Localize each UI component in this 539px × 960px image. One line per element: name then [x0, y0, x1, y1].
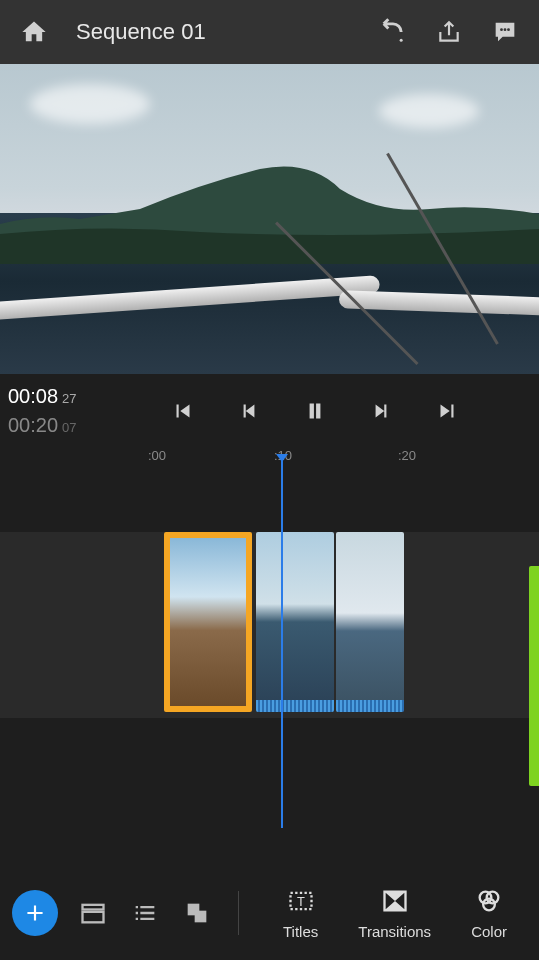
skip-next-icon[interactable] [431, 395, 463, 427]
svg-rect-4 [83, 905, 104, 910]
svg-point-2 [504, 28, 507, 31]
bottom-toolbar: T Titles Transitions Color [0, 866, 539, 960]
plus-icon [22, 900, 48, 926]
svg-rect-5 [83, 912, 104, 923]
svg-point-1 [500, 28, 503, 31]
color-wheel-icon [475, 887, 503, 915]
toolbar-divider [238, 891, 239, 935]
ruler-tick: :20 [398, 448, 416, 463]
comment-icon[interactable] [487, 14, 523, 50]
clip[interactable] [256, 532, 334, 712]
list-icon[interactable] [128, 896, 162, 930]
duration-frames: 07 [62, 420, 76, 435]
timecode: 00:08 27 00:20 07 [8, 385, 98, 437]
svg-rect-7 [195, 911, 207, 923]
clips-container [0, 532, 539, 712]
transport-buttons [98, 395, 531, 427]
ruler-tick: :00 [148, 448, 166, 463]
playhead[interactable] [281, 456, 283, 828]
video-preview[interactable] [0, 64, 539, 374]
step-back-icon[interactable] [233, 395, 265, 427]
step-forward-icon[interactable] [365, 395, 397, 427]
tab-label: Transitions [358, 923, 431, 940]
undo-icon[interactable] [375, 14, 411, 50]
tab-transitions[interactable]: Transitions [358, 887, 431, 940]
current-frames: 27 [62, 391, 76, 406]
timeline-ruler: :00 :10 :20 [0, 448, 539, 472]
titles-icon: T [287, 887, 315, 915]
svg-point-0 [400, 39, 403, 42]
header-bar: Sequence 01 [0, 0, 539, 64]
transport-bar: 00:08 27 00:20 07 [0, 374, 539, 448]
tab-titles[interactable]: T Titles [283, 887, 318, 940]
share-icon[interactable] [431, 14, 467, 50]
svg-point-3 [507, 28, 510, 31]
tab-color[interactable]: Color [471, 887, 507, 940]
transitions-icon [381, 887, 409, 915]
current-time: 00:08 [8, 385, 58, 408]
audio-clip[interactable] [529, 566, 539, 786]
tab-label: Titles [283, 923, 318, 940]
layers-icon[interactable] [180, 896, 214, 930]
audio-waveform [336, 700, 404, 712]
sequence-title[interactable]: Sequence 01 [76, 19, 206, 45]
clip[interactable] [336, 532, 404, 712]
timeline[interactable]: :00 :10 :20 [0, 448, 539, 868]
audio-waveform [256, 700, 334, 712]
duration-time: 00:20 [8, 414, 58, 437]
add-button[interactable] [12, 890, 58, 936]
svg-text:T: T [297, 893, 305, 908]
tool-tabs: T Titles Transitions Color [263, 887, 527, 940]
skip-previous-icon[interactable] [167, 395, 199, 427]
svg-point-13 [483, 898, 495, 910]
home-icon[interactable] [16, 14, 52, 50]
pause-icon[interactable] [299, 395, 331, 427]
tab-label: Color [471, 923, 507, 940]
clip-selected[interactable] [164, 532, 252, 712]
project-icon[interactable] [76, 896, 110, 930]
